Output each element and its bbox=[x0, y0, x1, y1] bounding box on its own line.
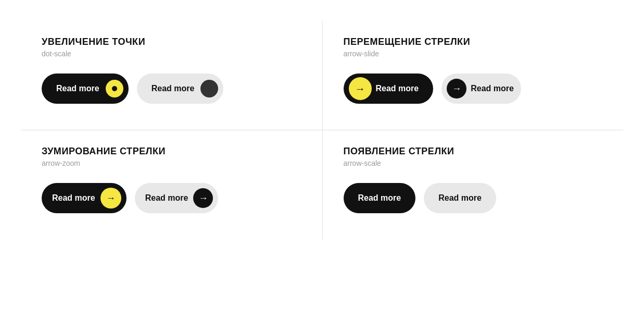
section-title-arrow-slide: ПЕРЕМЕЩЕНИЕ СТРЕЛКИ bbox=[344, 36, 603, 47]
section-subtitle-dot-scale: dot-scale bbox=[42, 50, 301, 58]
buttons-row-dot-scale: Read more Read more bbox=[42, 74, 301, 104]
btn-arrow-zoom-light-label: Read more bbox=[145, 193, 188, 203]
btn-arrow-slide-light-label: Read more bbox=[471, 84, 514, 93]
section-dot-scale: УВЕЛИЧЕНИЕ ТОЧКИ dot-scale Read more Rea… bbox=[21, 21, 322, 130]
section-subtitle-arrow-scale: arrow-scale bbox=[344, 159, 603, 167]
btn-arrow-scale-dark[interactable]: Read more bbox=[344, 183, 416, 213]
btn-arrow-slide-dark-label: Read more bbox=[376, 84, 419, 93]
buttons-row-arrow-scale: Read more Read more bbox=[344, 183, 603, 213]
btn-dot-scale-light-label: Read more bbox=[151, 84, 195, 93]
section-title-arrow-zoom: ЗУМИРОВАНИЕ СТРЕЛКИ bbox=[42, 146, 301, 157]
buttons-row-arrow-zoom: Read more → Read more → bbox=[42, 183, 301, 213]
btn-arrow-scale-light[interactable]: Read more bbox=[424, 183, 496, 213]
section-arrow-scale: ПОЯВЛЕНИЕ СТРЕЛКИ arrow-scale Read more … bbox=[322, 130, 624, 239]
section-arrow-zoom: ЗУМИРОВАНИЕ СТРЕЛКИ arrow-zoom Read more… bbox=[21, 130, 322, 239]
btn-arrow-zoom-dark[interactable]: Read more → bbox=[42, 183, 127, 213]
btn-arrow-slide-light[interactable]: → Read more bbox=[441, 74, 521, 104]
section-title-dot-scale: УВЕЛИЧЕНИЕ ТОЧКИ bbox=[42, 36, 301, 47]
btn-arrow-scale-light-label: Read more bbox=[438, 193, 482, 203]
section-subtitle-arrow-slide: arrow-slide bbox=[344, 50, 603, 58]
btn-arrow-scale-dark-label: Read more bbox=[358, 193, 401, 203]
dot-dark-icon bbox=[200, 80, 218, 97]
section-subtitle-arrow-zoom: arrow-zoom bbox=[42, 159, 301, 167]
btn-dot-scale-light[interactable]: Read more bbox=[137, 74, 224, 104]
arrow-yellow-icon: → bbox=[349, 77, 372, 100]
btn-arrow-slide-dark[interactable]: → Read more bbox=[344, 74, 434, 104]
dot-inner-icon bbox=[112, 86, 117, 91]
btn-arrow-zoom-light[interactable]: Read more → bbox=[135, 183, 219, 213]
arrow-zoom-dark-icon: → bbox=[193, 188, 213, 208]
btn-dot-scale-dark-label: Read more bbox=[56, 84, 99, 93]
section-title-arrow-scale: ПОЯВЛЕНИЕ СТРЕЛКИ bbox=[344, 146, 603, 157]
dot-yellow-icon bbox=[106, 80, 123, 97]
btn-arrow-zoom-dark-label: Read more bbox=[52, 193, 95, 203]
arrow-dark-icon: → bbox=[447, 79, 466, 99]
buttons-row-arrow-slide: → Read more → Read more bbox=[344, 74, 603, 104]
btn-dot-scale-dark[interactable]: Read more bbox=[42, 74, 129, 104]
arrow-zoom-yellow-icon: → bbox=[100, 188, 121, 209]
main-grid: УВЕЛИЧЕНИЕ ТОЧКИ dot-scale Read more Rea… bbox=[21, 21, 623, 239]
section-arrow-slide: ПЕРЕМЕЩЕНИЕ СТРЕЛКИ arrow-slide → Read m… bbox=[322, 21, 624, 130]
